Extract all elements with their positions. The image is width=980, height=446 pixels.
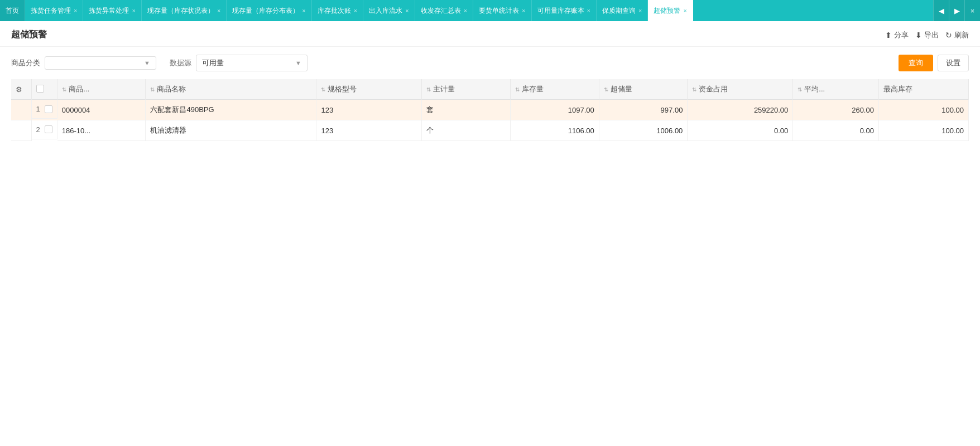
row-number: 2 xyxy=(36,125,40,134)
sort-icon-avg: ⇅ xyxy=(798,86,802,93)
category-filter: 商品分类 ▼ xyxy=(11,56,156,70)
table-container: ⚙ ⇅ 商品... ⇅ 商品名称 xyxy=(0,79,980,141)
row-number: 1 xyxy=(36,105,40,113)
td-overstock: 997.00 xyxy=(599,100,688,120)
nav-close-tab-button[interactable]: × xyxy=(964,0,980,21)
th-unit[interactable]: ⇅ 主计量 xyxy=(422,79,511,100)
nav-prev-button[interactable]: ◀ xyxy=(933,0,949,21)
nav-item-quality-check[interactable]: 保质期查询 × xyxy=(597,0,648,21)
td-capital: 259220.00 xyxy=(688,100,793,120)
th-checkbox[interactable] xyxy=(31,79,57,100)
nav-item-batch-account[interactable]: 库存批次账 × xyxy=(312,0,363,21)
nav-item-label-inventory-dist: 现存量（库存分布表） xyxy=(232,6,299,16)
nav-item-close-receive-summary[interactable]: × xyxy=(464,7,467,14)
th-unit-label: 主计量 xyxy=(433,84,455,94)
td-stock: 1106.00 xyxy=(511,120,599,141)
share-icon: ⬆ xyxy=(885,31,892,40)
td-stock: 1097.00 xyxy=(511,100,599,120)
nav-item-label-receive-summary: 收发存汇总表 xyxy=(421,6,461,16)
data-table: ⚙ ⇅ 商品... ⇅ 商品名称 xyxy=(11,79,969,141)
nav-item-overstock-warning[interactable]: 超储预警 × xyxy=(648,0,693,21)
header-row: ⚙ ⇅ 商品... ⇅ 商品名称 xyxy=(11,79,969,100)
nav-item-in-out-flow[interactable]: 出入库流水 × xyxy=(363,0,415,21)
nav-item-close-available-account[interactable]: × xyxy=(587,7,590,14)
nav-item-receive-summary[interactable]: 收发存汇总表 × xyxy=(415,0,473,21)
th-avg-label: 平均... xyxy=(804,84,825,94)
sort-icon-spec: ⇅ xyxy=(321,86,325,93)
nav-item-label-overstock-warning: 超储预警 xyxy=(654,6,680,16)
sort-icon-stock: ⇅ xyxy=(515,86,520,93)
th-max-stock-label: 最高库存 xyxy=(883,85,912,93)
th-overstock[interactable]: ⇅ 超储量 xyxy=(599,79,688,100)
refresh-button[interactable]: ↻ 刷新 xyxy=(945,30,969,40)
nav-item-inventory-dist[interactable]: 现存量（库存分布表） × xyxy=(227,0,311,21)
nav-item-close-quality-check[interactable]: × xyxy=(638,7,642,14)
nav-item-home[interactable]: 首页 xyxy=(0,0,25,21)
header-checkbox[interactable] xyxy=(36,85,44,93)
nav-item-close-batch-account[interactable]: × xyxy=(354,7,357,14)
export-button[interactable]: ⬇ 导出 xyxy=(915,30,939,40)
td-unit: 套 xyxy=(422,100,511,120)
page-title: 超储预警 xyxy=(11,29,47,41)
datasource-select[interactable]: 可用量 ▼ xyxy=(196,55,308,71)
category-select[interactable]: ▼ xyxy=(45,56,156,70)
nav-item-available-account[interactable]: 可用量库存账本 × xyxy=(532,0,597,21)
th-avg[interactable]: ⇅ 平均... xyxy=(793,79,879,100)
nav-next-button[interactable]: ▶ xyxy=(949,0,964,21)
nav-item-label-exception: 拣货异常处理 xyxy=(89,6,129,16)
nav-item-label-home: 首页 xyxy=(6,6,19,16)
th-product-name[interactable]: ⇅ 商品名称 xyxy=(146,79,316,100)
export-icon: ⬇ xyxy=(915,31,922,40)
th-capital[interactable]: ⇅ 资金占用 xyxy=(688,79,793,100)
settings-button[interactable]: 设置 xyxy=(938,55,969,71)
export-label: 导出 xyxy=(924,30,939,40)
nav-item-order-stats[interactable]: 要货单统计表 × xyxy=(473,0,531,21)
nav-item-exception[interactable]: 拣货异常处理 × xyxy=(83,0,141,21)
td-max-stock: 100.00 xyxy=(878,100,968,120)
nav-item-close-overstock-warning[interactable]: × xyxy=(683,7,686,14)
top-nav: 首页拣货任务管理 ×拣货异常处理 ×现存量（库存状况表） ×现存量（库存分布表）… xyxy=(0,0,980,21)
th-product-code[interactable]: ⇅ 商品... xyxy=(57,79,146,100)
nav-item-label-task-mgmt: 拣货任务管理 xyxy=(31,6,71,16)
filter-area: 商品分类 ▼ 数据源 可用量 ▼ 查询 设置 xyxy=(0,47,980,79)
th-stock-label: 库存量 xyxy=(522,84,544,94)
row-checkbox[interactable] xyxy=(45,105,52,113)
row-action-cell xyxy=(11,120,31,141)
nav-item-close-order-stats[interactable]: × xyxy=(522,7,525,14)
refresh-icon: ↻ xyxy=(945,31,952,40)
td-spec: 123 xyxy=(316,120,422,141)
td-avg: 260.00 xyxy=(793,100,879,120)
td-unit: 个 xyxy=(422,120,511,141)
td-product-code: 0000004 xyxy=(57,100,146,120)
nav-item-close-inventory-dist[interactable]: × xyxy=(302,7,305,14)
sort-icon-overstock: ⇅ xyxy=(604,86,608,93)
filter-actions: 查询 设置 xyxy=(899,55,969,71)
nav-arrows: ◀ ▶ × xyxy=(933,0,980,21)
th-spec[interactable]: ⇅ 规格型号 xyxy=(316,79,422,100)
nav-item-close-in-out-flow[interactable]: × xyxy=(405,7,409,14)
td-capital: 0.00 xyxy=(688,120,793,141)
share-button[interactable]: ⬆ 分享 xyxy=(885,30,909,40)
th-capital-label: 资金占用 xyxy=(699,84,728,94)
datasource-chevron-icon: ▼ xyxy=(295,60,301,66)
nav-item-close-inventory-status[interactable]: × xyxy=(217,7,220,14)
nav-item-label-in-out-flow: 出入库流水 xyxy=(369,6,402,16)
nav-item-label-available-account: 可用量库存账本 xyxy=(537,6,584,16)
table-header: ⚙ ⇅ 商品... ⇅ 商品名称 xyxy=(11,79,969,100)
nav-item-task-mgmt[interactable]: 拣货任务管理 × xyxy=(25,0,83,21)
th-overstock-label: 超储量 xyxy=(611,84,632,94)
td-max-stock: 100.00 xyxy=(878,120,968,141)
refresh-label: 刷新 xyxy=(954,30,969,40)
td-avg: 0.00 xyxy=(793,120,879,141)
header-actions: ⬆ 分享 ⬇ 导出 ↻ 刷新 xyxy=(885,30,969,40)
nav-item-inventory-status[interactable]: 现存量（库存状况表） × xyxy=(142,0,227,21)
nav-item-close-task-mgmt[interactable]: × xyxy=(74,7,77,14)
sort-icon-capital: ⇅ xyxy=(692,86,696,93)
row-checkbox[interactable] xyxy=(45,125,52,133)
th-stock[interactable]: ⇅ 库存量 xyxy=(511,79,599,100)
nav-item-close-exception[interactable]: × xyxy=(132,7,135,14)
query-button[interactable]: 查询 xyxy=(899,55,933,71)
th-gear[interactable]: ⚙ xyxy=(11,79,31,100)
row-num-cell-1: 2 xyxy=(32,120,57,139)
td-spec: 123 xyxy=(316,100,422,120)
